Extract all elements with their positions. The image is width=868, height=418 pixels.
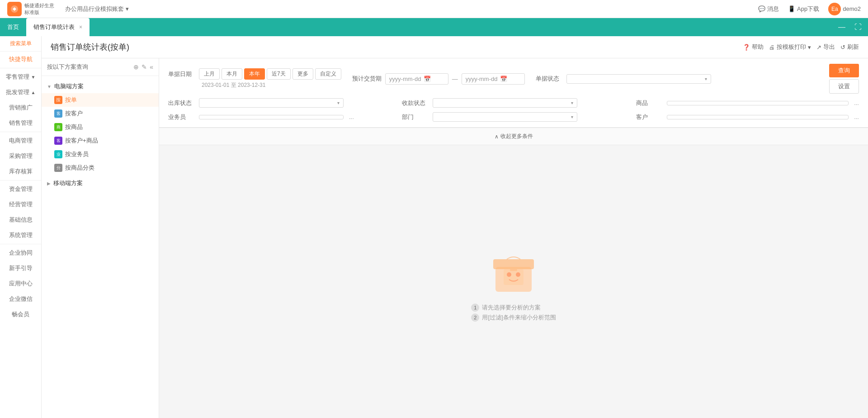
page-header: 销售订单统计表(按单) ❓ 帮助 🖨 按模板打印 ▾ ↗ 导出 ↺: [42, 36, 868, 58]
sidebar-item-finance[interactable]: 资金管理: [0, 181, 41, 197]
svg-point-5: [516, 272, 520, 277]
main-layout: 搜索菜单 快捷导航 零售管理 ▼ 批发管理 ▲ 营销推广 销售管理 电商管理 采…: [0, 36, 868, 418]
collapse-bar[interactable]: ∧ 收起更多条件: [159, 128, 868, 145]
sidebar-item-marketing[interactable]: 营销推广: [0, 100, 41, 115]
sidebar-item-wholesale[interactable]: 批发管理 ▲: [0, 85, 41, 100]
tab-close-icon[interactable]: ×: [79, 24, 82, 30]
avatar: Ea: [828, 3, 841, 15]
tree-group-mobile: ▶ 移动端方案: [42, 176, 159, 190]
expected-date-start[interactable]: yyyy-mm-dd 📅: [385, 73, 448, 85]
export-button[interactable]: ↗ 导出: [816, 43, 835, 51]
tree-item-by-goods[interactable]: 商 按商品: [42, 120, 159, 134]
filter-row-3: 业务员 ... 部门 ▾: [168, 112, 859, 122]
svg-point-4: [507, 272, 511, 277]
sidebar-item-wechat[interactable]: 企业微信: [0, 291, 41, 307]
dropdown-icon: ▾: [808, 44, 811, 51]
sidebar-item-enterprise[interactable]: 企业协同: [0, 245, 41, 261]
mobile-group-label: 移动端方案: [53, 179, 83, 187]
help-button[interactable]: ❓ 帮助: [743, 43, 764, 51]
empty-step-2: 2 用[过滤]条件来缩小分析范围: [471, 314, 556, 322]
goods-select[interactable]: [667, 101, 849, 105]
ship-status-label: 出库状态: [168, 99, 195, 107]
phone-icon: 📱: [788, 5, 795, 12]
status-select[interactable]: ▾: [566, 74, 711, 84]
tab-home[interactable]: 首页: [0, 18, 26, 36]
company-selector[interactable]: 办公用品行业模拟账套 ▾: [65, 5, 129, 13]
salesperson-dots[interactable]: ...: [349, 114, 354, 120]
goods-dots[interactable]: ...: [854, 100, 859, 106]
by-customer-icon: 客: [54, 109, 62, 118]
department-select[interactable]: ▾: [433, 112, 577, 122]
tab-active[interactable]: 销售订单统计表 ×: [26, 18, 90, 36]
refresh-button[interactable]: ↺ 刷新: [840, 43, 859, 51]
filter-col-ship: 出库状态 ▾: [168, 98, 396, 108]
app-download-button[interactable]: 📱 App下载: [788, 5, 819, 13]
sidebar-item-retail[interactable]: 零售管理 ▼: [0, 69, 41, 85]
by-order-icon: 按: [54, 96, 62, 104]
customer-select[interactable]: [667, 115, 849, 119]
tree-item-by-salesperson[interactable]: 业 按业务员: [42, 147, 159, 161]
refresh-icon: ↺: [840, 44, 845, 51]
ship-status-select[interactable]: ▾: [199, 98, 344, 108]
date-btn-custom[interactable]: 自定义: [315, 68, 341, 80]
sidebar-item-apps[interactable]: 应用中心: [0, 276, 41, 291]
template-print-button[interactable]: 🖨 按模板打印 ▾: [769, 43, 811, 51]
collapse-icon: ∧: [495, 133, 499, 140]
edit-scheme-icon[interactable]: ✎: [142, 63, 147, 71]
customer-label: 客户: [636, 113, 663, 121]
expected-date-end[interactable]: yyyy-mm-dd 📅: [462, 73, 525, 85]
date-btn-this-month[interactable]: 本月: [222, 68, 242, 80]
tree-item-by-category[interactable]: 分 按商品分类: [42, 161, 159, 175]
tree-collapsed-icon: ▶: [47, 181, 51, 186]
tab-bar: 首页 销售订单统计表 × — ⛶: [0, 18, 868, 36]
user-menu[interactable]: Ea demo2: [828, 3, 861, 15]
sidebar-item-newbie[interactable]: 新手引导: [0, 261, 41, 276]
help-icon: ❓: [743, 44, 750, 51]
company-dropdown-icon: ▾: [126, 5, 129, 12]
salesperson-label: 业务员: [168, 113, 195, 121]
content-area: 销售订单统计表(按单) ❓ 帮助 🖨 按模板打印 ▾ ↗ 导出 ↺: [42, 36, 868, 418]
tree-group-pc-header[interactable]: ▼ 电脑端方案: [42, 80, 159, 93]
salesperson-select[interactable]: [199, 115, 344, 119]
tab-minimize-button[interactable]: —: [835, 21, 848, 33]
top-bar: 畅捷通好生意 标准版 办公用品行业模拟账套 ▾ 💬 消息 📱 App下载 Ea …: [0, 0, 868, 18]
ship-dropdown-icon: ▾: [337, 100, 340, 105]
sidebar-item-system[interactable]: 系统管理: [0, 228, 41, 243]
sidebar-search[interactable]: 搜索菜单: [0, 36, 41, 52]
svg-rect-6: [510, 269, 517, 271]
sidebar-item-operations[interactable]: 经营管理: [0, 197, 41, 212]
sidebar-item-ecommerce[interactable]: 电商管理: [0, 133, 41, 148]
date-btn-last-month[interactable]: 上月: [199, 68, 220, 80]
filter-col-payment: 收款状态 ▾: [402, 98, 630, 108]
empty-step-1: 1 请先选择要分析的方案: [471, 304, 556, 312]
left-panel: 按以下方案查询 ⊕ ✎ « ▼ 电脑端方案 按: [42, 58, 159, 418]
filter-row-2: 出库状态 ▾ 收款状态 ▾: [168, 98, 859, 108]
right-panel: 单据日期 上月 本月 本年 近7天 更多 自定义: [159, 58, 868, 418]
top-bar-right: 💬 消息 📱 App下载 Ea demo2: [758, 3, 861, 15]
query-button[interactable]: 查询: [829, 64, 859, 77]
tree-item-by-customer[interactable]: 客 按客户: [42, 107, 159, 120]
add-scheme-icon[interactable]: ⊕: [133, 63, 139, 71]
sidebar-item-basic[interactable]: 基础信息: [0, 212, 41, 228]
setting-button[interactable]: 设置: [829, 79, 859, 94]
calendar-icon-1: 📅: [424, 76, 431, 82]
sidebar-item-member[interactable]: 畅会员: [0, 307, 41, 322]
customer-dots[interactable]: ...: [854, 114, 859, 120]
pc-group-label: 电脑端方案: [54, 82, 84, 90]
sidebar-quick-nav[interactable]: 快捷导航: [0, 52, 41, 67]
payment-status-select[interactable]: ▾: [433, 98, 577, 108]
tree-item-by-customer-goods[interactable]: 客 按客户+商品: [42, 134, 159, 147]
date-btn-7days[interactable]: 近7天: [267, 68, 291, 80]
collapse-panel-icon[interactable]: «: [150, 63, 153, 71]
sidebar-item-purchase[interactable]: 采购管理: [0, 148, 41, 164]
date-btn-more[interactable]: 更多: [292, 68, 313, 80]
sidebar-item-sales[interactable]: 销售管理: [0, 115, 41, 131]
tree-group-mobile-header[interactable]: ▶ 移动端方案: [42, 176, 159, 190]
date-btn-this-year[interactable]: 本年: [244, 68, 265, 80]
tree-item-by-order[interactable]: 按 按单: [42, 93, 159, 107]
sidebar-item-inventory[interactable]: 库存核算: [0, 164, 41, 179]
message-button[interactable]: 💬 消息: [758, 5, 779, 13]
tab-bar-right: — ⛶: [835, 21, 868, 33]
tree-group-pc: ▼ 电脑端方案 按 按单 客 按客户 商 按商品: [42, 80, 159, 175]
tab-expand-button[interactable]: ⛶: [852, 21, 864, 33]
